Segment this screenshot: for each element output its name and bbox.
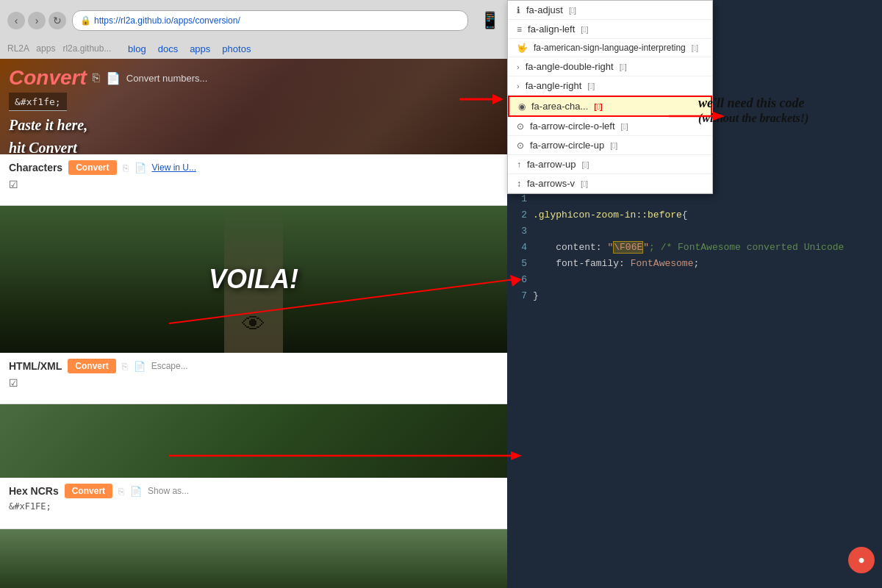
item-name: fa-arrow-up [527, 159, 576, 170]
hexncrs-extra: Show as... [148, 486, 189, 496]
item-code: [] [581, 160, 589, 169]
voila-text: VOILA! [209, 264, 298, 295]
htmlxml-checkbox[interactable]: ☑ [9, 377, 18, 389]
area-chart-icon: ◉ [518, 101, 526, 112]
item-code: [] [569, 6, 576, 15]
red-circle-btn[interactable]: ● [848, 547, 875, 573]
svg-marker-1 [492, 94, 503, 104]
paste-instruction-line2: hit Convert [9, 140, 498, 154]
item-code: [] [620, 62, 627, 71]
convert-header: Convert ⎘ 📄 Convert numbers... &#xf1fe; … [0, 59, 507, 154]
adjust-icon: ℹ [517, 5, 520, 15]
characters-section: Characters Convert ⎘ 📄 View in U... ☑ [0, 154, 507, 206]
asl-icon: 🤟 [517, 43, 528, 53]
arrows-v-icon: ↕ [517, 179, 521, 189]
arrow-up-icon: ↑ [517, 159, 521, 170]
item-code: [] [621, 122, 628, 131]
dropdown-item-asl[interactable]: 🤟 fa-american-sign-language-interpreting… [508, 39, 712, 57]
angle-right-icon: › [517, 82, 520, 90]
arrow-circle-up-icon: ⊙ [517, 140, 524, 151]
dropdown-item-angle-double-right[interactable]: › fa-angle-double-right [] [508, 57, 712, 76]
item-name: fa-arrow-circle-up [530, 140, 604, 151]
characters-file-btn[interactable]: 📄 [135, 162, 146, 173]
copy-icon-btn[interactable]: ⎘ [93, 71, 100, 85]
css-selector: .glyphicon-zoom-in::before [533, 209, 682, 220]
dropdown-item-arrows-v[interactable]: ↕ fa-arrows-v [] [508, 174, 712, 193]
item-name: fa-angle-double-right [526, 61, 614, 72]
align-left-icon: ≡ [517, 24, 522, 35]
htmlxml-section: HTML/XML Convert ⎘ 📄 Escape... ☑ [0, 353, 507, 404]
item-name: fa-american-sign-language-interpreting [534, 43, 686, 53]
svg-marker-3 [713, 112, 725, 121]
back-button[interactable]: ‹ [7, 12, 25, 29]
code-lines: .glyphicon-zoom-in::before{ content: "\F… [533, 191, 882, 304]
paste-instruction-line1: Paste it here, [9, 117, 498, 134]
arrow-annotation [459, 88, 503, 113]
characters-checkbox[interactable]: ☑ [9, 179, 18, 190]
eye-icon: 👁 [242, 311, 265, 338]
item-code: [] [587, 82, 595, 90]
item-name: fa-align-left [528, 24, 575, 35]
dropdown-item-arrow-up[interactable]: ↑ fa-arrow-up [] [508, 155, 712, 174]
item-name: fa-adjust [526, 4, 563, 15]
brand-text: RL2A apps rl2a.github... [7, 43, 116, 54]
htmlxml-copy-btn[interactable]: ⎘ [122, 361, 128, 372]
item-code: [] [692, 44, 698, 52]
item-name: fa-arrows-v [527, 178, 575, 189]
nav-blog[interactable]: blog [128, 43, 146, 54]
dropdown-item-adjust[interactable]: ℹ fa-adjust [] [508, 1, 712, 20]
item-code: [] [610, 141, 617, 150]
hexncrs-convert-btn[interactable]: Convert [65, 484, 112, 498]
forward-button[interactable]: › [28, 12, 46, 29]
htmlxml-extra: Escape... [151, 361, 188, 371]
item-code: [] [581, 179, 588, 188]
hexncrs-value: &#xF1FE; [9, 501, 498, 512]
browser-bar: ‹ › ↻ 🔒 https://rl2a.github.io/apps/conv… [0, 0, 507, 40]
characters-label: Characters [9, 162, 62, 173]
nav-docs[interactable]: docs [158, 43, 178, 54]
item-code: [] [581, 25, 588, 34]
file-icon-btn[interactable]: 📄 [106, 71, 121, 85]
htmlxml-label: HTML/XML [9, 360, 62, 372]
hexncrs-file-btn[interactable]: 📄 [130, 486, 142, 497]
forest-bg-2 [0, 404, 507, 478]
red-circle-icon: ● [858, 553, 865, 567]
nav-photos[interactable]: photos [222, 43, 251, 54]
input-value[interactable]: &#xf1fe; [15, 96, 61, 107]
hexncrs-section: Hex NCRs Convert ⎘ 📄 Show as... &#xF1FE; [0, 478, 507, 529]
item-name: fa-angle-right [526, 80, 582, 91]
convert-description: Convert numbers... [126, 73, 208, 84]
nav-links: RL2A apps rl2a.github... blog docs apps … [0, 40, 507, 59]
characters-view-link[interactable]: View in U... [152, 162, 196, 173]
code-editor: 1 2 3 4 5 6 7 .glyphicon-zoom-in::before… [507, 191, 882, 304]
main-content: Convert ⎘ 📄 Convert numbers... &#xf1fe; … [0, 59, 507, 588]
mobile-icon: 📱 [480, 11, 500, 30]
arrow-right-double-icon: › [517, 62, 520, 71]
annotation-arrow [669, 109, 728, 126]
forest-bg-1: VOILA! 👁 [0, 206, 507, 353]
hexncrs-label: Hex NCRs [9, 485, 59, 497]
convert-title: Convert [9, 66, 87, 90]
nav-buttons[interactable]: ‹ › ↻ [7, 12, 66, 29]
refresh-button[interactable]: ↻ [49, 12, 66, 29]
fa-dropdown[interactable]: ℹ fa-adjust [] ≡ fa-align-left [] 🤟 fa… [507, 0, 713, 194]
characters-copy-btn[interactable]: ⎘ [123, 162, 129, 173]
htmlxml-convert-btn[interactable]: Convert [68, 359, 115, 373]
lock-icon: 🔒 [80, 15, 91, 26]
dropdown-item-arrow-circle-up[interactable]: ⊙ fa-arrow-circle-up [] [508, 136, 712, 155]
characters-convert-btn[interactable]: Convert [68, 160, 116, 175]
dropdown-item-angle-right[interactable]: › fa-angle-right [] [508, 76, 712, 96]
item-name: fa-area-cha... [531, 101, 588, 112]
forest-bg-3 [0, 529, 507, 588]
arrow-circle-o-left-icon: ⊙ [517, 121, 524, 132]
address-bar[interactable]: https://rl2a.github.io/apps/conversion/ [94, 15, 240, 26]
dropdown-item-align-left[interactable]: ≡ fa-align-left [] [508, 20, 712, 39]
htmlxml-file-btn[interactable]: 📄 [134, 361, 146, 372]
hexncrs-copy-btn[interactable]: ⎘ [118, 486, 124, 497]
item-name: fa-arrow-circle-o-left [530, 121, 615, 132]
nav-apps[interactable]: apps [190, 43, 210, 54]
item-code: [] [594, 102, 602, 111]
code-editor-panel: ℹ fa-adjust [] ≡ fa-align-left [] 🤟 fa… [507, 0, 882, 588]
line-numbers: 1 2 3 4 5 6 7 [507, 191, 533, 304]
